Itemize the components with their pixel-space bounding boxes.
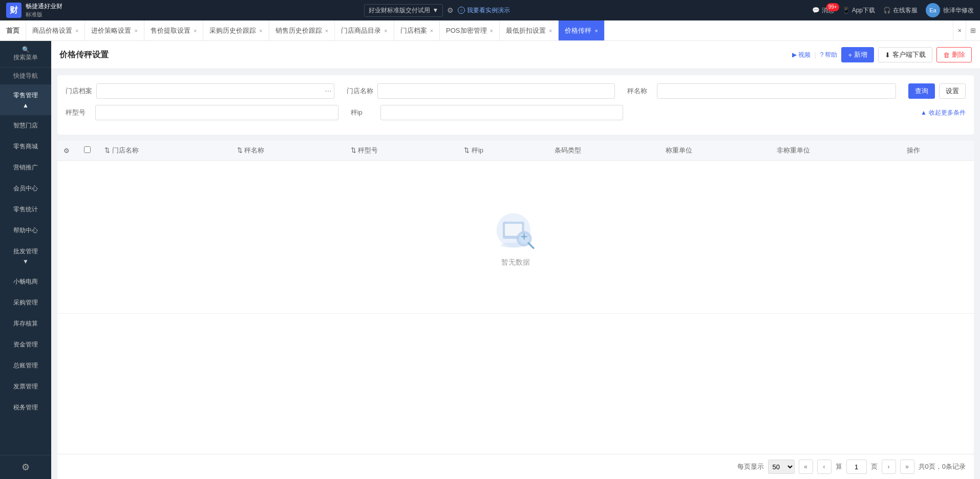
- store-name-input[interactable]: [377, 83, 615, 99]
- close-icon[interactable]: ×: [75, 28, 78, 34]
- arrow-down-icon: ▼: [23, 258, 29, 265]
- close-icon[interactable]: ×: [549, 28, 552, 34]
- collapse-button[interactable]: ▲ 收起更多条件: [921, 108, 966, 117]
- sidebar-item-retail-stats[interactable]: 零售统计: [0, 199, 51, 220]
- tab-sale-history[interactable]: 销售历史价跟踪 ×: [269, 20, 335, 41]
- sidebar-item-smart-store[interactable]: 智慧门店: [0, 115, 51, 136]
- sidebar-item-inventory[interactable]: 库存核算: [0, 313, 51, 334]
- app-download-button[interactable]: 📱 App下载: [842, 6, 875, 15]
- sidebar-settings-button[interactable]: ⚙: [0, 455, 51, 479]
- sidebar-search[interactable]: 🔍 搜索菜单: [0, 41, 51, 68]
- tab-purchase-strategy[interactable]: 进价策略设置 ×: [85, 20, 144, 41]
- expand-tabs-button[interactable]: ⊞: [966, 20, 980, 41]
- next-page-button[interactable]: ›: [882, 460, 896, 474]
- th-scale-model: ⇅ 秤型号: [345, 141, 458, 161]
- tab-product-price[interactable]: 商品价格设置 ×: [26, 20, 85, 41]
- scale-model-label: 秤型号: [66, 108, 91, 117]
- page-info: 共0页，0条记录: [919, 462, 966, 471]
- sidebar-item-ledger[interactable]: 总账管理: [0, 355, 51, 376]
- search-icon: 🔍: [22, 46, 30, 53]
- close-icon[interactable]: ×: [594, 28, 598, 34]
- sidebar-item-wholesale[interactable]: 批发管理 ▼: [0, 241, 51, 271]
- close-icon[interactable]: ×: [325, 28, 328, 34]
- close-icon[interactable]: ×: [134, 28, 137, 34]
- sidebar-item-member[interactable]: 会员中心: [0, 178, 51, 199]
- form-item-store-profile: 门店档案 ···: [66, 83, 334, 99]
- demo-link[interactable]: ○ 我要看实例演示: [458, 6, 510, 15]
- close-icon[interactable]: ×: [259, 28, 262, 34]
- settings-btn[interactable]: 设置: [939, 83, 966, 99]
- main-layout: 🔍 搜索菜单 快捷导航 零售管理 ▲ 智慧门店 零售商城 营销推广 会员中心 零…: [0, 41, 980, 479]
- tab-price-scale[interactable]: 价格传秤 ×: [559, 20, 604, 41]
- data-table-wrap: ⚙ ⇅ 门店名称 ⇅ 秤名称 ⇅ 秤型号 ⇅ 秤ip 条码类型 称重单位 非称重…: [57, 141, 974, 454]
- sidebar-item-retail[interactable]: 零售管理 ▲: [0, 85, 51, 115]
- empty-illustration: [490, 207, 541, 258]
- store-name-label: 门店名称: [347, 86, 373, 96]
- sidebar-item-invoice[interactable]: 发票管理: [0, 376, 51, 397]
- th-weight-unit: 称重单位: [659, 141, 771, 161]
- close-icon[interactable]: ×: [490, 28, 493, 34]
- delete-button[interactable]: 🗑 删除: [936, 47, 972, 62]
- page-number-input[interactable]: [846, 460, 867, 474]
- tab-store-catalog[interactable]: 门店商品目录 ×: [335, 20, 394, 41]
- add-button[interactable]: + 新增: [841, 47, 874, 62]
- help-link[interactable]: ? 帮助: [820, 51, 838, 59]
- settings-icon[interactable]: ⚙: [447, 6, 454, 14]
- close-icon[interactable]: ×: [430, 28, 433, 34]
- search-form: 门店档案 ··· 门店名称 秤名称 查询: [57, 75, 974, 135]
- query-button[interactable]: 查询: [908, 83, 935, 99]
- sidebar-quick-nav[interactable]: 快捷导航: [0, 68, 51, 85]
- close-all-button[interactable]: ×: [953, 20, 966, 41]
- sidebar-item-marketing[interactable]: 营销推广: [0, 157, 51, 178]
- table-body: 暂无数据: [57, 161, 974, 314]
- sidebar-item-tax[interactable]: 税务管理: [0, 397, 51, 418]
- tab-min-discount[interactable]: 最低折扣设置 ×: [500, 20, 559, 41]
- sidebar-item-ecommerce[interactable]: 小畅电商: [0, 271, 51, 292]
- th-non-weight-unit: 非称重单位: [771, 141, 901, 161]
- scale-model-input[interactable]: [95, 105, 338, 120]
- sidebar-item-purchase[interactable]: 采购管理: [0, 292, 51, 313]
- th-checkbox[interactable]: [78, 141, 98, 161]
- sidebar-item-finance[interactable]: 资金管理: [0, 334, 51, 355]
- table-header: ⚙ ⇅ 门店名称 ⇅ 秤名称 ⇅ 秤型号 ⇅ 秤ip 条码类型 称重单位 非称重…: [57, 141, 974, 161]
- online-service-button[interactable]: 🎧 在线客服: [883, 6, 918, 15]
- scale-ip-input[interactable]: [380, 105, 624, 120]
- user-button[interactable]: Ea 徐泽华修改: [926, 3, 974, 17]
- version-dropdown[interactable]: 好业财标准版交付试用 ▼: [364, 4, 443, 17]
- close-icon[interactable]: ×: [194, 28, 197, 34]
- sidebar-item-retail-mall[interactable]: 零售商城: [0, 136, 51, 157]
- scale-name-label: 秤名称: [627, 86, 653, 96]
- top-bar: 财 畅捷通好业财 标准版 好业财标准版交付试用 ▼ ⚙ ○ 我要看实例演示 💬 …: [0, 0, 980, 20]
- page-actions: ▶ 视频 | ? 帮助 + 新增 ⬇ 客户端下载 🗑 删除: [792, 47, 972, 62]
- sidebar-item-help[interactable]: 帮助中心: [0, 220, 51, 241]
- th-barcode-type: 条码类型: [548, 141, 659, 161]
- message-icon: 💬: [812, 7, 820, 14]
- first-page-button[interactable]: «: [799, 460, 813, 474]
- message-button[interactable]: 💬 消息 99+: [812, 6, 834, 15]
- select-all-checkbox[interactable]: [84, 146, 91, 153]
- page-size-select[interactable]: 50 10 20 100: [768, 460, 795, 474]
- trash-icon: 🗑: [943, 51, 950, 59]
- tab-store-profile[interactable]: 门店档案 ×: [394, 20, 440, 41]
- video-link[interactable]: ▶ 视频: [792, 51, 811, 59]
- tab-purchase-history[interactable]: 采购历史价跟踪 ×: [203, 20, 269, 41]
- scale-name-input[interactable]: [657, 83, 896, 99]
- last-page-button[interactable]: »: [900, 460, 914, 474]
- store-label: 门店档案: [66, 86, 92, 96]
- ellipsis-button[interactable]: ···: [323, 86, 333, 96]
- tab-sale-price[interactable]: 售价提取设置 ×: [144, 20, 203, 41]
- expand-icon: ⊞: [970, 27, 976, 34]
- circle-icon: ○: [458, 7, 465, 14]
- th-gear[interactable]: ⚙: [57, 141, 78, 161]
- tab-pos-encrypt[interactable]: POS加密管理 ×: [440, 20, 500, 41]
- tab-home[interactable]: 首页: [0, 20, 26, 41]
- th-scale-name: ⇅ 秤名称: [231, 141, 345, 161]
- logo-text: 畅捷通好业财 标准版: [26, 3, 62, 18]
- store-profile-input[interactable]: [97, 84, 323, 98]
- pagination: 每页显示 50 10 20 100 « ‹ 算 页 › » 共0页，0条记录: [57, 454, 974, 479]
- prev-page-button[interactable]: ‹: [817, 460, 832, 474]
- close-icon[interactable]: ×: [384, 28, 387, 34]
- form-row-2: 秤型号 秤ip ▲ 收起更多条件: [66, 105, 966, 120]
- download-button[interactable]: ⬇ 客户端下载: [878, 47, 932, 62]
- form-row-1: 门店档案 ··· 门店名称 秤名称 查询: [66, 83, 966, 99]
